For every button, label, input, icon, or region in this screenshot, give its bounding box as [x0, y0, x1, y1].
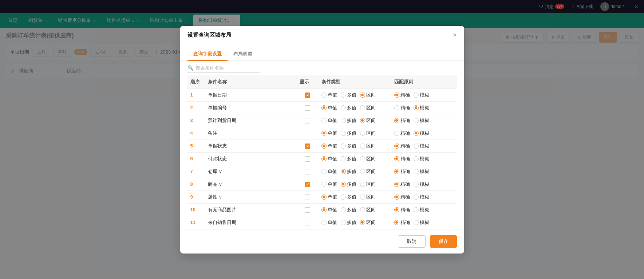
type-radio-range[interactable]: 区间: [360, 92, 376, 98]
match-radio-fuzzy[interactable]: 模糊: [414, 92, 429, 98]
display-checkbox[interactable]: [305, 93, 310, 98]
type-radio-single[interactable]: 单值: [321, 130, 337, 137]
radio-label-multi: 多值: [347, 181, 356, 188]
match-radio-exact[interactable]: 精确: [394, 181, 410, 188]
match-radio-fuzzy[interactable]: 模糊: [414, 105, 429, 111]
match-radio-exact[interactable]: 精确: [394, 92, 410, 98]
match-radio-exact[interactable]: 精确: [394, 219, 410, 226]
radio-circle-single: [321, 169, 327, 174]
radio-label-multi: 多值: [347, 92, 356, 98]
row-type-cell: 单值多值区间: [319, 101, 391, 114]
type-radio-single[interactable]: 单值: [321, 168, 337, 175]
type-radio-multi[interactable]: 多值: [341, 143, 356, 149]
display-checkbox[interactable]: [305, 220, 310, 225]
type-radio-single[interactable]: 单值: [321, 156, 337, 162]
display-checkbox[interactable]: [305, 105, 310, 111]
display-checkbox[interactable]: [305, 182, 310, 187]
match-radio-fuzzy[interactable]: 模糊: [414, 143, 429, 149]
type-radio-single[interactable]: 单值: [321, 194, 337, 200]
row-match-cell: 精确模糊: [391, 190, 457, 203]
radio-circle-multi: [341, 156, 346, 161]
type-radio-range[interactable]: 区间: [360, 130, 376, 137]
radio-circle-multi: [341, 118, 346, 123]
display-checkbox[interactable]: [305, 118, 310, 123]
cancel-button[interactable]: 取消: [398, 235, 426, 248]
display-checkbox[interactable]: [305, 144, 310, 149]
type-radio-single[interactable]: 单值: [321, 207, 337, 213]
radio-circle-single: [321, 207, 327, 212]
radio-label-range: 区间: [366, 219, 376, 226]
type-radio-single[interactable]: 单值: [321, 181, 337, 188]
match-radio-fuzzy[interactable]: 模糊: [414, 130, 429, 137]
type-radio-range[interactable]: 区间: [360, 219, 376, 226]
radio-circle-range: [360, 220, 365, 225]
match-radio-exact[interactable]: 精确: [394, 143, 410, 149]
save-button[interactable]: 保存: [430, 235, 457, 248]
type-radio-multi[interactable]: 多值: [341, 156, 356, 162]
match-radio-fuzzy[interactable]: 模糊: [414, 168, 429, 175]
type-radio-multi[interactable]: 多值: [341, 194, 356, 200]
type-radio-multi[interactable]: 多值: [341, 181, 356, 188]
match-circle-fuzzy: [414, 194, 419, 200]
type-radio-range[interactable]: 区间: [360, 207, 376, 213]
row-condition-name: 备注: [205, 127, 297, 140]
type-radio-single[interactable]: 单值: [321, 92, 337, 98]
match-radio-exact[interactable]: 精确: [394, 117, 410, 124]
row-condition-name: 预计到货日期: [205, 114, 297, 127]
type-radio-range[interactable]: 区间: [360, 156, 376, 162]
match-radio-exact[interactable]: 精确: [394, 207, 410, 213]
match-radio-fuzzy[interactable]: 模糊: [414, 156, 429, 162]
table-row: 8商品 ∨单值多值区间精确模糊: [187, 178, 457, 190]
radio-circle-multi: [341, 93, 346, 98]
col-header-display: 显示: [297, 75, 319, 89]
match-radio-exact[interactable]: 精确: [394, 168, 410, 175]
match-radio-exact[interactable]: 精确: [394, 156, 410, 162]
match-radio-exact[interactable]: 精确: [394, 130, 410, 137]
radio-label-range: 区间: [366, 181, 376, 188]
type-radio-range[interactable]: 区间: [360, 194, 376, 200]
display-checkbox[interactable]: [305, 207, 310, 213]
match-radio-exact[interactable]: 精确: [394, 105, 410, 111]
modal-overlay: 设置查询区域布局 × 查询字段设置 布局调整 🔍 顺序: [0, 0, 644, 279]
type-radio-single[interactable]: 单值: [321, 105, 337, 111]
modal-search-area: 🔍: [180, 61, 464, 75]
radio-label-range: 区间: [366, 156, 376, 162]
match-radio-fuzzy[interactable]: 模糊: [414, 219, 429, 226]
type-radio-multi[interactable]: 多值: [341, 92, 356, 98]
type-radio-range[interactable]: 区间: [360, 143, 376, 149]
match-radio-fuzzy[interactable]: 模糊: [414, 181, 429, 188]
radio-label-multi: 多值: [347, 168, 356, 175]
type-radio-multi[interactable]: 多值: [341, 219, 356, 226]
type-radio-multi[interactable]: 多值: [341, 130, 356, 137]
tab-layout-adjust[interactable]: 布局调整: [228, 48, 258, 61]
row-condition-name: 单据状态: [205, 140, 297, 152]
match-radio-fuzzy[interactable]: 模糊: [414, 194, 429, 200]
display-checkbox[interactable]: [305, 169, 310, 174]
type-radio-range[interactable]: 区间: [360, 105, 376, 111]
match-radio-fuzzy[interactable]: 模糊: [414, 117, 429, 124]
display-checkbox[interactable]: [305, 156, 310, 162]
type-radio-single[interactable]: 单值: [321, 219, 337, 226]
match-radio-fuzzy[interactable]: 模糊: [414, 207, 429, 213]
row-match-cell: 精确模糊: [391, 152, 457, 165]
display-checkbox[interactable]: [305, 194, 310, 200]
type-radio-single[interactable]: 单值: [321, 143, 337, 149]
type-radio-single[interactable]: 单值: [321, 117, 337, 124]
type-radio-range[interactable]: 区间: [360, 181, 376, 188]
row-display-cell: [297, 127, 319, 140]
tab-query-fields[interactable]: 查询字段设置: [187, 48, 228, 61]
row-order: 9: [187, 190, 205, 203]
type-radio-multi[interactable]: 多值: [341, 105, 356, 111]
type-radio-range[interactable]: 区间: [360, 117, 376, 124]
type-radio-multi[interactable]: 多值: [341, 168, 356, 175]
match-label-fuzzy: 模糊: [420, 117, 429, 124]
type-radio-range[interactable]: 区间: [360, 168, 376, 175]
type-radio-multi[interactable]: 多值: [341, 117, 356, 124]
search-input[interactable]: [195, 65, 260, 71]
match-radio-exact[interactable]: 精确: [394, 194, 410, 200]
radio-circle-range: [360, 156, 365, 161]
row-display-cell: [297, 178, 319, 190]
modal-close-button[interactable]: ×: [453, 32, 457, 38]
display-checkbox[interactable]: [305, 131, 310, 136]
type-radio-multi[interactable]: 多值: [341, 207, 356, 213]
